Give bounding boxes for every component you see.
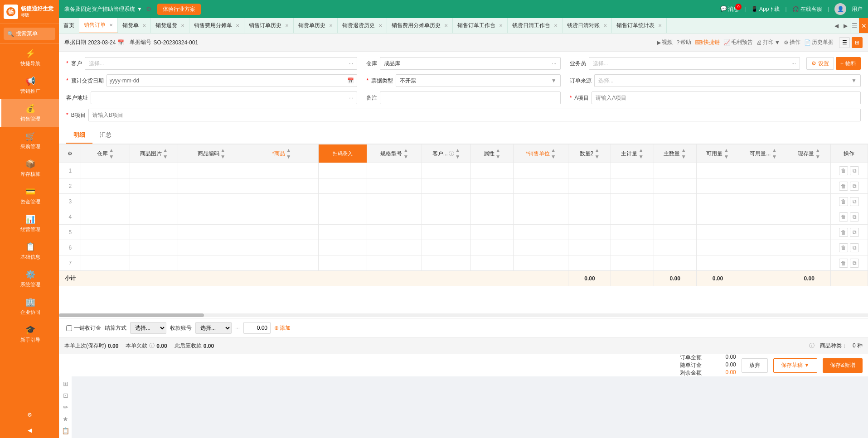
tab-daily-workbench[interactable]: 钱货日清工作台 ✕ — [508, 18, 563, 34]
warehouse-input[interactable]: 成品库 ··· — [380, 57, 560, 70]
sidebar-item-enterprise[interactable]: 🏢 企业协同 — [0, 293, 59, 320]
tab-sales-invoice[interactable]: 销货单 ✕ — [118, 18, 151, 34]
right-icon-4[interactable]: ★ — [60, 414, 71, 424]
tab-expense-history-close[interactable]: ✕ — [444, 23, 448, 28]
right-icon-3[interactable]: ✏ — [60, 402, 71, 413]
row-copy-btn-5[interactable]: ⧉ — [850, 228, 859, 237]
tab-expense-history[interactable]: 销售费用分摊单历史 ✕ — [387, 18, 453, 34]
table-scrollbar-thumb[interactable] — [59, 313, 204, 317]
list-layout-btn[interactable]: ☰ — [839, 37, 850, 48]
help-btn[interactable]: ? 帮助 — [676, 39, 691, 46]
payment-amount-input[interactable] — [243, 322, 271, 334]
one-click-checkbox[interactable] — [66, 325, 72, 331]
table-scroll[interactable]: ⚙ 仓库▲▼ 商品图片▲▼ 商品编码▲▼ — [59, 144, 868, 313]
current-sort[interactable]: ▲▼ — [815, 147, 820, 160]
sidebar-item-basic[interactable]: 📋 基础信息 — [0, 237, 59, 265]
tab-daily-workbench-close[interactable]: ✕ — [554, 23, 558, 28]
search-menu-button[interactable]: 🔍 搜索菜单 — [4, 28, 55, 40]
row-copy-btn-7[interactable]: ⧉ — [850, 259, 859, 268]
tab-detail[interactable]: 明细 — [66, 127, 92, 144]
navtabs-layout-btn[interactable]: ☰ — [850, 18, 859, 34]
image-sort[interactable]: ▲▼ — [163, 147, 168, 160]
sidebar-item-purchase[interactable]: 🛒 采购管理 — [0, 127, 59, 154]
history-btn[interactable]: 📄 历史单据 — [804, 39, 834, 46]
tab-return-history[interactable]: 销货退货历史 ✕ — [338, 18, 387, 34]
available2-sort[interactable]: ▲▼ — [771, 147, 777, 160]
system-settings-btn[interactable]: ⚙ — [146, 5, 152, 13]
app-download-btn[interactable]: 📱 App下载 — [751, 5, 780, 13]
main-qty-sort[interactable]: ▲▼ — [681, 147, 686, 160]
tab-sales-order[interactable]: 销售订单 ✕ — [79, 18, 118, 34]
customer-input[interactable]: 选择... ··· — [85, 57, 358, 70]
attr-sort[interactable]: ▲▼ — [495, 147, 501, 160]
row-delete-btn-3[interactable]: 🗑 — [839, 197, 848, 206]
tab-expense-split-close[interactable]: ✕ — [236, 23, 239, 28]
industry-btn[interactable]: 体验行业方案 — [157, 4, 201, 15]
remark-input[interactable] — [380, 91, 560, 104]
delivery-date-text[interactable] — [110, 77, 348, 84]
sidebar-item-finance[interactable]: 💳 资金管理 — [0, 182, 59, 210]
title-dropdown-icon[interactable]: ▼ — [137, 6, 142, 12]
qty2-sort[interactable]: ▲▼ — [594, 147, 600, 160]
date-picker-btn[interactable]: 📅 — [117, 39, 124, 46]
tab-sales-order-close[interactable]: ✕ — [109, 23, 113, 28]
tab-order-workbench-close[interactable]: ✕ — [499, 23, 503, 28]
row-delete-btn-7[interactable]: 🗑 — [839, 259, 848, 268]
shortcut-btn[interactable]: ⌨ 快捷键 — [695, 39, 720, 46]
address-more-btn[interactable]: ··· — [349, 95, 353, 101]
row-copy-btn-2[interactable]: ⧉ — [850, 182, 859, 191]
row-delete-btn-5[interactable]: 🗑 — [839, 228, 848, 237]
account-select[interactable]: 选择... — [195, 322, 232, 334]
customer-more-btn[interactable]: ··· — [349, 60, 353, 67]
row-copy-btn-1[interactable]: ⧉ — [850, 166, 859, 175]
grid-layout-btn[interactable]: ⊞ — [852, 37, 863, 48]
main-unit-sort[interactable]: ▲▼ — [638, 147, 644, 160]
tab-order-history[interactable]: 销售订单历史 ✕ — [244, 18, 294, 34]
row-delete-btn-1[interactable]: 🗑 — [839, 166, 848, 175]
row-copy-btn-6[interactable]: ⧉ — [850, 243, 859, 252]
sidebar-item-marketing[interactable]: 📢 营销推广 — [0, 72, 59, 99]
save-draft-btn[interactable]: 保存草稿 ▼ — [773, 358, 817, 373]
video-help-btn[interactable]: ▶ 视频 — [657, 39, 673, 46]
right-icon-5[interactable]: 📋 — [60, 425, 71, 436]
tab-order-stats[interactable]: 销售订单统计表 ✕ — [612, 18, 667, 34]
online-service-btn[interactable]: 🎧 在线客服 — [792, 5, 822, 13]
operation-btn[interactable]: ⚙ 操作 — [784, 39, 800, 46]
table-scrollbar[interactable] — [59, 313, 868, 317]
right-icon-1[interactable]: ⊞ — [60, 378, 71, 389]
tab-invoice-history-close[interactable]: ✕ — [329, 23, 333, 28]
sidebar-item-inventory[interactable]: 📦 库存核算 — [0, 154, 59, 182]
payment-method-select[interactable]: 选择... — [130, 322, 166, 334]
row-copy-btn-3[interactable]: ⧉ — [850, 197, 859, 206]
tab-home[interactable]: 首页 — [59, 18, 79, 34]
tab-summary[interactable]: 汇总 — [92, 127, 119, 144]
navtabs-close-all-btn[interactable]: ✕ — [859, 18, 868, 34]
tab-daily-reconcile[interactable]: 钱货日清对账 ✕ — [563, 18, 612, 34]
warehouse-more-btn[interactable]: ··· — [552, 60, 557, 67]
sidebar-item-operation[interactable]: 📊 经营管理 — [0, 210, 59, 237]
a-project-input[interactable] — [592, 91, 861, 104]
sidebar-item-system[interactable]: ⚙️ 系统管理 — [0, 265, 59, 293]
scan-btn[interactable]: 扫码录入 — [330, 149, 355, 158]
tab-daily-reconcile-close[interactable]: ✕ — [603, 23, 607, 28]
row-delete-btn-6[interactable]: 🗑 — [839, 243, 848, 252]
add-goods-btn[interactable]: + 物料 — [836, 57, 861, 70]
b-project-input[interactable] — [88, 109, 861, 121]
customer-code-sort[interactable]: ▲▼ — [455, 147, 461, 160]
row-delete-btn-2[interactable]: 🗑 — [839, 182, 848, 191]
settings-btn[interactable]: ⚙ 设置 — [806, 57, 834, 70]
address-input[interactable]: ··· — [91, 91, 357, 104]
sidebar-item-guide[interactable]: 🎓 新手引导 — [0, 320, 59, 348]
right-icon-2[interactable]: ⊡ — [60, 390, 71, 401]
warehouse-sort[interactable]: ▲▼ — [109, 147, 114, 160]
payment-add-btn[interactable]: ⊕ 添加 — [274, 324, 291, 332]
goods-sort[interactable]: ▲▼ — [286, 147, 291, 160]
tab-expense-split[interactable]: 销售费用分摊单 ✕ — [189, 18, 244, 34]
save-new-btn[interactable]: 保存&新增 — [823, 358, 863, 373]
tab-invoice-history[interactable]: 销货单历史 ✕ — [294, 18, 338, 34]
profit-btn[interactable]: 📈 毛利预告 — [723, 39, 753, 46]
discard-btn[interactable]: 放弃 — [742, 358, 768, 373]
sidebar-settings-btn[interactable]: ⚙ — [0, 407, 59, 423]
salesperson-more-btn[interactable]: ··· — [791, 60, 796, 67]
tab-sales-return-close[interactable]: ✕ — [181, 23, 184, 28]
